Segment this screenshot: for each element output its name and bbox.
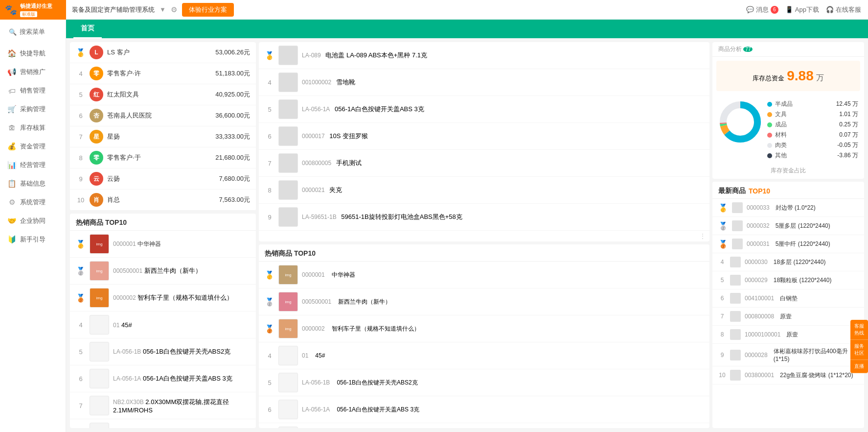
sidebar-item-guide[interactable]: 🔰 新手引导 <box>0 230 66 249</box>
service-community-btn[interactable]: 服务社区 <box>850 340 868 360</box>
product-thumb <box>278 99 298 119</box>
legend-value: 0.25 万 <box>839 120 858 129</box>
inventory-label: 库存总资金 <box>753 74 784 82</box>
messages-label: 消息 <box>756 5 769 14</box>
hot-product-8: 8 0000011 12070519-xs <box>70 419 256 428</box>
goods-rank-7: 9 LA-59651-1B 59651-1B旋转投影灯电池盒ABS黑色+58克 <box>259 204 709 231</box>
sidebar-item-label: 营销推广 <box>20 68 46 76</box>
product-code: LA-056-1A <box>302 406 330 413</box>
goods-rank-3: 5 LA-056-1A 056-1A白色按键开关盖ABS 3克 <box>259 96 709 123</box>
chart-icon: 📊 <box>7 161 16 169</box>
product-code: 003800001 <box>745 372 774 379</box>
legend-value: 0.07 万 <box>839 131 858 139</box>
customer-name: 云扬 <box>107 174 215 183</box>
search-menu-btn[interactable]: 🔍 搜索菜单 <box>5 24 61 39</box>
product-thumb <box>278 153 298 173</box>
hot-product-5: 5 LA-056-1B 056-1B白色按键开关壳ABS2克 <box>70 338 256 365</box>
product-info: LA-056-1A 056-1A白色按键开关盖ABS 3克 <box>113 374 250 383</box>
inventory-unit: 万 <box>816 73 824 82</box>
product-name: 智利车子里（规格不知道填什么） <box>332 325 420 333</box>
legend-dot <box>767 112 772 117</box>
messages-badge: 6 <box>771 6 778 14</box>
newest-item-9: 9 0000028 体彬嘉核味苏打饮品400毫升 (1*15) <box>712 344 864 366</box>
avatar: 杏 <box>90 109 103 122</box>
legend-value: 1.01 万 <box>839 110 858 119</box>
sidebar-item-label: 经营管理 <box>20 161 46 169</box>
scroll-indicator[interactable]: ⋮ <box>259 231 709 241</box>
legend-dot <box>767 143 772 148</box>
medal-bronze-icon: 🥉 <box>265 324 274 334</box>
product-name: 雪地靴 <box>336 78 355 86</box>
product-thumb <box>732 239 743 249</box>
trial-btn[interactable]: 体验行业方案 <box>182 3 234 17</box>
customer-name: 星扬 <box>107 132 211 141</box>
sidebar-item-marketing[interactable]: 📢 营销推广 <box>0 63 66 81</box>
product-thumb: img <box>278 292 298 312</box>
sidebar-item-quick-nav[interactable]: 🏠 快捷导航 <box>0 44 66 63</box>
sidebar-item-basics[interactable]: 📋 基础信息 <box>0 174 66 193</box>
legend-item-stationery: 文具 1.01 万 <box>767 110 858 119</box>
tab-home[interactable]: 首页 <box>73 20 102 38</box>
settings-icon[interactable]: ⚙ <box>171 5 177 14</box>
live-stream-btn[interactable]: 直播 <box>850 360 868 373</box>
inventory-chart: 半成品 12.45 万 文具 1.01 万 成品 0 <box>712 95 864 167</box>
sidebar-item-operations[interactable]: 📊 经营管理 <box>0 156 66 174</box>
sidebar-item-inventory[interactable]: 🏚 库存核算 <box>0 119 66 137</box>
product-code: 000800005 <box>302 160 331 167</box>
online-service-label: 在线客服 <box>836 5 861 14</box>
sidebar-item-finance[interactable]: 💰 资金管理 <box>0 137 66 156</box>
medal-silver-icon: 🥈 <box>76 266 86 276</box>
sidebar-item-system[interactable]: ⚙ 系统管理 <box>0 193 66 212</box>
customer-rank-7: 9 云 云扬 7,680.00元 <box>70 168 256 190</box>
product-thumb: img <box>90 288 109 308</box>
product-thumb <box>90 369 109 388</box>
hg-2: 🥈 img 000500001 新西兰牛肉（新牛） <box>259 288 709 315</box>
sidebar-item-label: 库存核算 <box>20 123 46 132</box>
search-menu-area[interactable]: 🔍 搜索菜单 <box>0 20 66 44</box>
customer-amount: 7,563.00元 <box>219 195 250 204</box>
legend-item-semifinished: 半成品 12.45 万 <box>767 100 858 108</box>
legend-item-meat: 肉类 -0.05 万 <box>767 141 858 149</box>
message-icon: 💬 <box>746 6 754 13</box>
customer-amount: 51,183.00元 <box>215 69 250 78</box>
customer-rank-5: 7 星 星扬 33,333.00元 <box>70 126 256 147</box>
sidebar-item-label: 采购管理 <box>20 105 46 114</box>
legend-name: 文具 <box>775 110 836 119</box>
hot-product-3: 🥉 img 0000002 智利车子里（规格不知道填什么） <box>70 285 256 312</box>
clipboard-icon: 📋 <box>7 179 16 188</box>
app-download-btn[interactable]: 📱 App下载 <box>785 5 819 14</box>
legend-value: -0.05 万 <box>837 141 858 149</box>
logo-badge: 标准版 <box>20 11 37 17</box>
inventory-section: 商品分析 77 库存总资金 9.88 万 <box>712 42 864 179</box>
hg-7: 7 NB2.0X30B 2.0X30MM双摆花轴,摆花直径2.1MM/ROHS <box>259 423 709 428</box>
product-thumb <box>278 346 298 365</box>
product-thumb <box>278 180 298 200</box>
hg-3: 🥉 img 0000002 智利车子里（规格不知道填什么） <box>259 315 709 342</box>
sidebar-item-cooperation[interactable]: 🤝 企业协同 <box>0 212 66 230</box>
sidebar-item-purchase[interactable]: 🛒 采购管理 <box>0 100 66 119</box>
newest-products-section: 最新商品 TOP10 🥇 0000033 封边带 (1.0*22) 🥈 0000… <box>712 182 864 428</box>
product-name: 056-1A白色按键开关盖ABS 3克 <box>143 375 232 382</box>
hot-products-list: 🥇 img 0000001 中华神器 🥈 img <box>70 231 256 428</box>
product-thumb: img <box>278 265 298 285</box>
product-name: 056-1B白色按键开关壳ABS2克 <box>143 348 230 355</box>
online-service-btn[interactable]: 🎧 在线客服 <box>826 5 861 14</box>
handshake-icon: 🤝 <box>7 216 16 225</box>
product-name: 5厘中纤 (1220*2440) <box>776 240 830 248</box>
customer-amount: 40,925.00元 <box>215 90 250 99</box>
chart-legend: 半成品 12.45 万 文具 1.01 万 成品 0 <box>762 100 858 162</box>
product-code: 0000028 <box>745 352 768 359</box>
goods-ranking-list: 🥇 LA-089 电池盖 LA-089 ABS本色+黑种 7.1克 4 <box>259 42 709 231</box>
medal-bronze-icon: 🥉 <box>718 240 728 249</box>
gear-icon: ⚙ <box>7 198 16 207</box>
title-dropdown-icon[interactable]: ▼ <box>160 6 166 13</box>
product-thumb <box>278 427 298 428</box>
hot-products-title: 热销商品 TOP10 <box>76 218 127 227</box>
newest-item-8: 8 10000100001 原壹 <box>712 326 864 344</box>
customer-service-btn[interactable]: 客服热线 <box>850 320 868 340</box>
messages-btn[interactable]: 💬 消息 6 <box>746 5 778 14</box>
product-name: 原壹 <box>786 331 798 339</box>
sidebar: 🔍 搜索菜单 🏠 快捷导航 📢 营销推广 🏷 销售管理 🛒 采购管理 🏚 库存核… <box>0 20 66 432</box>
product-code: LA-056-1A <box>302 106 330 113</box>
sidebar-item-sales[interactable]: 🏷 销售管理 <box>0 81 66 100</box>
